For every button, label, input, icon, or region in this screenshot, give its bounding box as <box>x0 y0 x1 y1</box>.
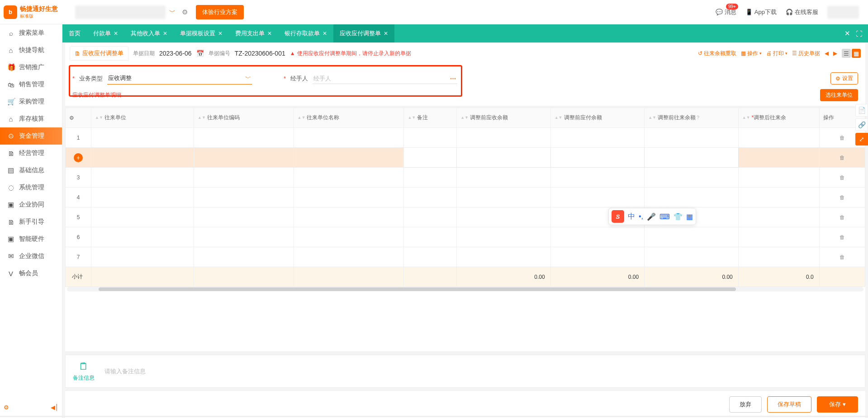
more-icon[interactable]: ⋯ <box>450 75 456 82</box>
scrollbar-thumb[interactable] <box>99 287 736 291</box>
cell[interactable] <box>404 168 457 188</box>
cell[interactable] <box>194 128 294 148</box>
cell[interactable] <box>645 247 739 267</box>
calendar-icon[interactable]: 📅 <box>196 50 204 57</box>
cell[interactable] <box>404 227 457 247</box>
cell[interactable] <box>194 168 294 188</box>
cell[interactable] <box>194 188 294 207</box>
cell[interactable] <box>457 148 551 168</box>
trash-icon[interactable]: 🗑 <box>840 194 845 201</box>
tab-0[interactable]: 首页 <box>62 24 87 42</box>
cell[interactable] <box>194 207 294 227</box>
cell[interactable] <box>457 207 551 227</box>
trash-icon[interactable]: 🗑 <box>840 135 845 141</box>
cell[interactable] <box>457 247 551 267</box>
cell[interactable] <box>457 168 551 188</box>
sidebar-item-7[interactable]: 🗎经营管理 <box>0 145 62 162</box>
cell[interactable] <box>91 188 194 207</box>
sidebar-item-0[interactable]: ⌕搜索菜单 <box>0 24 62 42</box>
cell[interactable] <box>645 168 739 188</box>
cell[interactable] <box>738 207 819 227</box>
gear-icon[interactable]: ⚙ <box>182 8 188 16</box>
sidebar-item-2[interactable]: 🎁营销推广 <box>0 59 62 76</box>
recalc-balance-link[interactable]: ↺ 往来余额重取 <box>698 50 736 57</box>
cell[interactable] <box>645 128 739 148</box>
cell[interactable] <box>91 148 194 168</box>
cell[interactable] <box>738 168 819 188</box>
cell[interactable] <box>550 148 645 168</box>
cell[interactable] <box>91 227 194 247</box>
cell[interactable] <box>738 148 819 168</box>
sidebar-item-6[interactable]: ⊙资金管理 <box>0 127 62 145</box>
sidebar-item-5[interactable]: ⌂库存核算 <box>0 110 62 127</box>
view-card-icon[interactable]: ▦ <box>852 49 861 58</box>
close-icon[interactable]: ✕ <box>267 30 272 37</box>
cell[interactable] <box>91 247 194 267</box>
col-unit-name[interactable]: ▲▼往来单位名称 <box>294 108 404 128</box>
cell[interactable] <box>550 227 645 247</box>
choose-unit-button[interactable]: 选往来单位 <box>820 89 858 101</box>
remark-input[interactable] <box>102 365 858 377</box>
table-row[interactable]: 1🗑 <box>66 128 865 148</box>
tenant-selector[interactable] <box>75 5 166 19</box>
save-draft-button[interactable]: 保存草稿 <box>767 396 811 413</box>
save-button[interactable]: 保存 ▾ <box>817 396 858 413</box>
sidebar-item-3[interactable]: 🛍销售管理 <box>0 76 62 93</box>
cell[interactable] <box>645 188 739 207</box>
tab-4[interactable]: 费用支出单✕ <box>229 24 278 42</box>
help-icon[interactable]: ? <box>697 115 699 120</box>
support-link[interactable]: 🎧 在线客服 <box>786 8 818 16</box>
cell[interactable] <box>294 148 404 168</box>
cell[interactable] <box>91 168 194 188</box>
trash-icon[interactable]: 🗑 <box>840 234 845 240</box>
print-dropdown[interactable]: 🖨 打印 ▾ <box>766 50 787 57</box>
add-row-cell[interactable]: + <box>66 148 91 168</box>
cell[interactable] <box>194 227 294 247</box>
sidebar-item-13[interactable]: ✉企业微信 <box>0 248 62 265</box>
business-type-select[interactable]: 应收调整 ﹀ <box>107 72 252 85</box>
messages-link[interactable]: 💬 消息 99+ <box>716 8 736 16</box>
ime-keyboard-icon[interactable]: ⌨ <box>659 212 670 221</box>
trash-icon[interactable]: 🗑 <box>840 254 845 260</box>
table-row[interactable]: 6🗑 <box>66 227 865 247</box>
col-remark[interactable]: ▲▼备注 <box>404 108 457 128</box>
cell[interactable] <box>550 128 645 148</box>
cell[interactable] <box>738 227 819 247</box>
ime-toolbar[interactable]: S 中 •, 🎤 ⌨ 👕 ▦ <box>608 208 696 225</box>
col-pre-payable[interactable]: ▲▼调整前应付余额 <box>550 108 645 128</box>
cell[interactable] <box>738 188 819 207</box>
experience-button[interactable]: 体验行业方案 <box>196 5 244 19</box>
ime-punct-icon[interactable]: •, <box>639 212 643 221</box>
app-download-link[interactable]: 📱 App下载 <box>745 8 777 16</box>
cell[interactable] <box>404 188 457 207</box>
close-icon[interactable]: ✕ <box>384 30 388 37</box>
cell[interactable] <box>294 188 404 207</box>
cell[interactable] <box>294 207 404 227</box>
tab-3[interactable]: 单据模板设置✕ <box>174 24 229 42</box>
close-icon[interactable]: ✕ <box>323 30 327 37</box>
cell[interactable] <box>457 227 551 247</box>
table-row[interactable]: 7🗑 <box>66 247 865 267</box>
cell[interactable] <box>645 227 739 247</box>
tab-2[interactable]: 其他收入单✕ <box>124 24 174 42</box>
col-unit-code[interactable]: ▲▼往来单位编码 <box>194 108 294 128</box>
cell[interactable] <box>194 148 294 168</box>
sidebar-item-4[interactable]: 🛒采购管理 <box>0 93 62 110</box>
close-all-tabs-icon[interactable]: ✕ <box>844 29 850 38</box>
date-value[interactable]: 2023-06-06 <box>159 50 192 57</box>
cell[interactable] <box>457 188 551 207</box>
ime-toolbox-icon[interactable]: ▦ <box>686 212 693 221</box>
cell[interactable] <box>404 128 457 148</box>
view-list-icon[interactable]: ☰ <box>842 49 851 58</box>
table-row[interactable]: +🗑 <box>66 148 865 168</box>
sidebar-item-8[interactable]: ▤基础信息 <box>0 162 62 179</box>
trash-icon[interactable]: 🗑 <box>840 174 845 181</box>
trash-icon[interactable]: 🗑 <box>840 214 845 221</box>
cell[interactable] <box>550 247 645 267</box>
ime-mic-icon[interactable]: 🎤 <box>647 212 656 221</box>
collapse-sidebar-icon[interactable]: ◀⎮ <box>51 404 58 411</box>
prev-doc-arrow[interactable]: ◀ <box>825 50 829 56</box>
chevron-down-icon[interactable]: ﹀ <box>169 8 175 16</box>
page-curl-icon[interactable]: 📄 <box>855 104 868 117</box>
tab-6[interactable]: 应收应付调整单✕ <box>333 24 394 42</box>
